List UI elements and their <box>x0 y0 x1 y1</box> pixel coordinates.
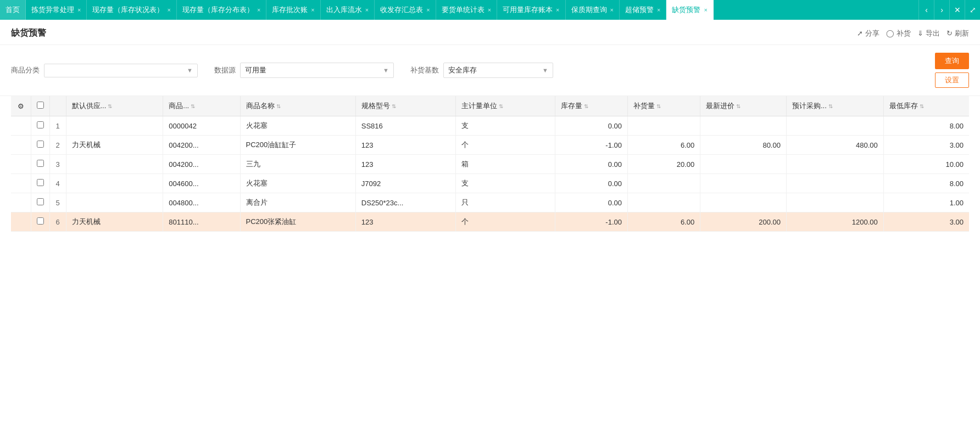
nav-tab-6[interactable]: 收发存汇总表 × <box>375 0 436 20</box>
table-row: 2 力天机械 004200... PC200油缸缸子 123 个 -1.00 6… <box>11 136 969 155</box>
nav-tab-11[interactable]: 缺货预警 × <box>666 0 713 20</box>
table-body: 1 0000042 火花塞 SS816 支 0.00 8.00 2 力天机械 0… <box>11 116 969 232</box>
row-est-purchase <box>786 193 883 212</box>
row-unit: 只 <box>455 193 555 212</box>
gear-icon: ⚙ <box>18 102 24 110</box>
th-min-stock[interactable]: 最低库存 ⇅ <box>883 96 969 116</box>
row-unit: 支 <box>455 116 555 136</box>
nav-tab-4[interactable]: 库存批次账 × <box>266 0 320 20</box>
category-filter-label: 商品分类 <box>11 65 40 75</box>
th-stock-label: 库存量 <box>561 101 582 111</box>
th-checkbox[interactable] <box>31 96 49 116</box>
row-checkbox[interactable] <box>37 179 44 186</box>
row-name: PC200油缸缸子 <box>240 136 355 155</box>
th-replenish-sort-icon: ⇅ <box>656 103 661 109</box>
th-est-purchase-label: 预计采购... <box>792 101 827 111</box>
th-stock[interactable]: 库存量 ⇅ <box>555 96 627 116</box>
row-checkbox-cell[interactable] <box>31 155 49 174</box>
row-checkbox-cell[interactable] <box>31 193 49 212</box>
nav-tab-1-close[interactable]: × <box>77 7 81 13</box>
nav-tab-6-close[interactable]: × <box>426 7 430 13</box>
row-latest-price <box>700 174 787 193</box>
nav-tab-5-close[interactable]: × <box>365 7 369 13</box>
row-checkbox-cell[interactable] <box>31 136 49 155</box>
row-checkbox-cell[interactable] <box>31 212 49 232</box>
select-all-checkbox[interactable] <box>37 102 44 109</box>
replenish-base-filter-group: 补货基数 安全库存 ▼ <box>410 63 553 78</box>
row-latest-price <box>700 155 787 174</box>
row-checkbox[interactable] <box>37 160 44 167</box>
replenish-button[interactable]: ◯ 补货 <box>886 29 911 38</box>
nav-maximize-button[interactable]: ⤢ <box>965 0 980 20</box>
category-select[interactable]: ▼ <box>44 64 198 77</box>
th-spec[interactable]: 规格型号 ⇅ <box>355 96 455 116</box>
nav-tab-1[interactable]: 拣货异常处理 × <box>26 0 87 20</box>
th-replenish[interactable]: 补货量 ⇅ <box>627 96 700 116</box>
filter-bar: 商品分类 ▼ 数据源 可用量 ▼ 补货基数 安全库存 ▼ 查询 设置 <box>0 45 980 96</box>
nav-next-button[interactable]: › <box>934 0 949 20</box>
row-code: 004200... <box>163 155 240 174</box>
th-supplier[interactable]: 默认供应... ⇅ <box>66 96 163 116</box>
th-index <box>49 96 66 116</box>
nav-tab-3-close[interactable]: × <box>257 7 260 13</box>
nav-tab-8-close[interactable]: × <box>556 7 559 13</box>
row-gear-cell <box>11 116 31 136</box>
datasource-select[interactable]: 可用量 ▼ <box>240 63 394 78</box>
nav-close-button[interactable]: ✕ <box>949 0 965 20</box>
nav-tab-7[interactable]: 要货单统计表 × <box>436 0 497 20</box>
replenish-icon: ◯ <box>886 29 894 37</box>
th-code-sort-icon: ⇅ <box>191 103 195 109</box>
row-index: 3 <box>49 155 66 174</box>
export-button[interactable]: ⇓ 导出 <box>917 29 940 38</box>
nav-tab-9[interactable]: 保质期查询 × <box>566 0 620 20</box>
row-supplier: 力天机械 <box>66 136 163 155</box>
row-unit: 支 <box>455 174 555 193</box>
row-replenish: 6.00 <box>627 212 700 232</box>
th-code[interactable]: 商品... ⇅ <box>163 96 240 116</box>
share-label: 分享 <box>865 29 879 38</box>
refresh-button[interactable]: ↻ 刷新 <box>946 29 969 38</box>
nav-tab-4-close[interactable]: × <box>311 7 314 13</box>
nav-tab-9-close[interactable]: × <box>610 7 614 13</box>
row-code: 004200... <box>163 136 240 155</box>
replenish-base-select[interactable]: 安全库存 ▼ <box>443 63 553 78</box>
nav-tab-10[interactable]: 超储预警 × <box>620 0 666 20</box>
row-checkbox[interactable] <box>37 141 44 148</box>
th-est-purchase[interactable]: 预计采购... ⇅ <box>786 96 883 116</box>
nav-tab-2-close[interactable]: × <box>167 7 170 13</box>
nav-tab-home[interactable]: 首页 <box>0 0 26 20</box>
row-stock: -1.00 <box>555 212 627 232</box>
nav-tab-8[interactable]: 可用量库存账本 × <box>497 0 565 20</box>
export-icon: ⇓ <box>917 29 923 37</box>
settings-button[interactable]: 设置 <box>935 72 969 88</box>
share-button[interactable]: ➚ 分享 <box>857 29 879 38</box>
top-navigation: 首页 拣货异常处理 × 现存量（库存状况表） × 现存量（库存分布表） × 库存… <box>0 0 980 20</box>
table-row: 3 004200... 三九 123 箱 0.00 20.00 10.00 <box>11 155 969 174</box>
nav-tab-2[interactable]: 现存量（库存状况表） × <box>87 0 176 20</box>
row-checkbox[interactable] <box>37 198 44 205</box>
row-latest-price <box>700 116 787 136</box>
th-gear[interactable]: ⚙ <box>11 96 31 116</box>
row-checkbox[interactable] <box>37 217 44 225</box>
nav-tab-7-close[interactable]: × <box>488 7 491 13</box>
nav-tab-10-close[interactable]: × <box>657 7 660 13</box>
th-unit[interactable]: 主计量单位 ⇅ <box>455 96 555 116</box>
th-latest-price[interactable]: 最新进价 ⇅ <box>700 96 787 116</box>
row-checkbox-cell[interactable] <box>31 174 49 193</box>
row-checkbox-cell[interactable] <box>31 116 49 136</box>
query-button[interactable]: 查询 <box>935 53 969 69</box>
row-checkbox[interactable] <box>37 121 44 128</box>
row-code: 004600... <box>163 174 240 193</box>
th-replenish-label: 补货量 <box>633 101 655 111</box>
table-row: 4 004600... 火花塞 J7092 支 0.00 8.00 <box>11 174 969 193</box>
th-unit-label: 主计量单位 <box>461 101 497 111</box>
nav-tab-3[interactable]: 现存量（库存分布表） × <box>177 0 266 20</box>
row-spec: SS816 <box>355 116 455 136</box>
nav-prev-button[interactable]: ‹ <box>918 0 934 20</box>
nav-tab-2-label: 现存量（库存状况表） <box>92 5 164 15</box>
nav-tab-5[interactable]: 出入库流水 × <box>321 0 375 20</box>
th-name[interactable]: 商品名称 ⇅ <box>240 96 355 116</box>
row-supplier <box>66 174 163 193</box>
row-stock: 0.00 <box>555 155 627 174</box>
nav-tab-11-close[interactable]: × <box>704 7 707 13</box>
